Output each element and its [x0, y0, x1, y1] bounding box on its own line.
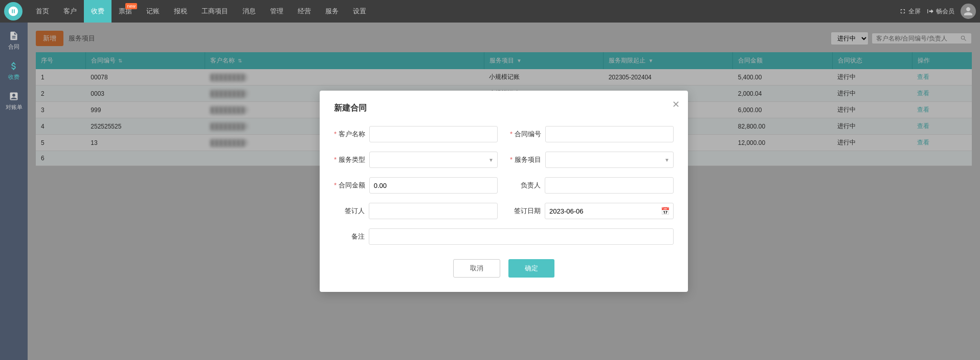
nav-business[interactable]: 工商项目	[194, 0, 235, 23]
form-row-5: 备注	[334, 228, 674, 245]
logo[interactable]	[4, 2, 23, 20]
modal-close-button[interactable]: ✕	[672, 99, 680, 110]
form-group-customer: 客户名称	[334, 126, 498, 142]
signer-label: 签订人	[334, 206, 365, 216]
service-item-select-wrapper	[545, 152, 674, 168]
modal-new-contract: ✕ 新建合同 客户名称 合同编号 服务类型	[320, 91, 688, 292]
date-input-wrapper: 2023-06-06 📅	[545, 203, 674, 219]
signer-input[interactable]	[369, 203, 498, 219]
nav-service[interactable]: 服务	[318, 0, 346, 23]
contract-no-label: 合同编号	[510, 130, 541, 139]
sidebar-item-billing[interactable]: 收费	[2, 57, 26, 85]
form-row-3: 合同金额 0.00 负责人	[334, 177, 674, 194]
service-type-label: 服务类型	[334, 155, 365, 164]
content-area: 新增 服务项目 进行中 已完成 已终止 序号 合同编号 ⇅	[28, 23, 980, 360]
form-group-responsible: 负责人	[510, 177, 674, 194]
responsible-input[interactable]	[545, 177, 674, 194]
notes-label: 备注	[334, 232, 365, 241]
fullscreen-button[interactable]: 全屏	[899, 7, 921, 16]
nav-tax[interactable]: 报税	[167, 0, 194, 23]
sign-date-input[interactable]: 2023-06-06	[545, 203, 674, 219]
nav-message[interactable]: 消息	[235, 0, 263, 23]
form-group-notes: 备注	[334, 228, 674, 245]
form-group-service-type: 服务类型	[334, 152, 498, 168]
form-row-4: 签订人 签订日期 2023-06-06 📅	[334, 203, 674, 219]
modal-footer: 取消 确定	[334, 259, 674, 278]
form-row-2: 服务类型 服务项目	[334, 152, 674, 168]
confirm-button[interactable]: 确定	[508, 259, 554, 278]
nav-items: 首页 客户 收费 票据 new 记账 报税 工商项目 消息 管理 经营 服务 设…	[29, 0, 899, 23]
cancel-button[interactable]: 取消	[453, 259, 500, 278]
nav-manage[interactable]: 管理	[263, 0, 291, 23]
nav-operation[interactable]: 经营	[291, 0, 318, 23]
form-group-service-item: 服务项目	[510, 152, 674, 168]
top-nav: 首页 客户 收费 票据 new 记账 报税 工商项目 消息 管理 经营 服务 设…	[0, 0, 980, 23]
calendar-icon[interactable]: 📅	[661, 207, 670, 215]
form-row-1: 客户名称 合同编号	[334, 126, 674, 142]
nav-customer[interactable]: 客户	[56, 0, 84, 23]
service-item-select[interactable]	[545, 152, 674, 168]
service-type-select[interactable]	[369, 152, 498, 168]
form-group-signer: 签订人	[334, 203, 498, 219]
main-layout: 合同 收费 对账单 新增 服务项目 进行中 已完成 已终止	[0, 23, 980, 360]
nav-bookkeeping[interactable]: 记账	[139, 0, 167, 23]
sidebar-item-contract[interactable]: 合同	[2, 27, 26, 55]
modal-overlay: ✕ 新建合同 客户名称 合同编号 服务类型	[28, 23, 980, 360]
contract-no-input[interactable]	[545, 126, 674, 142]
customer-label: 客户名称	[334, 130, 365, 139]
service-item-label: 服务项目	[510, 155, 541, 164]
nav-invoice[interactable]: 票据 new	[112, 0, 139, 23]
avatar[interactable]	[961, 4, 976, 19]
sidebar: 合同 收费 对账单	[0, 23, 28, 360]
member-button[interactable]: 畅会员	[927, 7, 954, 16]
customer-name-input[interactable]	[369, 126, 498, 142]
amount-label: 合同金额	[334, 181, 365, 190]
sign-date-label: 签订日期	[510, 206, 541, 216]
nav-right: 全屏 畅会员	[899, 4, 976, 19]
service-type-select-wrapper	[369, 152, 498, 168]
sidebar-item-statement[interactable]: 对账单	[2, 87, 26, 115]
nav-settings[interactable]: 设置	[346, 0, 373, 23]
amount-input[interactable]: 0.00	[369, 177, 498, 194]
form-group-contract-no: 合同编号	[510, 126, 674, 142]
nav-billing[interactable]: 收费	[84, 0, 112, 23]
modal-title: 新建合同	[334, 103, 674, 114]
nav-home[interactable]: 首页	[29, 0, 56, 23]
notes-input[interactable]	[369, 228, 674, 245]
responsible-label: 负责人	[510, 181, 541, 190]
form-group-amount: 合同金额 0.00	[334, 177, 498, 194]
new-badge: new	[125, 3, 137, 9]
form-group-sign-date: 签订日期 2023-06-06 📅	[510, 203, 674, 219]
